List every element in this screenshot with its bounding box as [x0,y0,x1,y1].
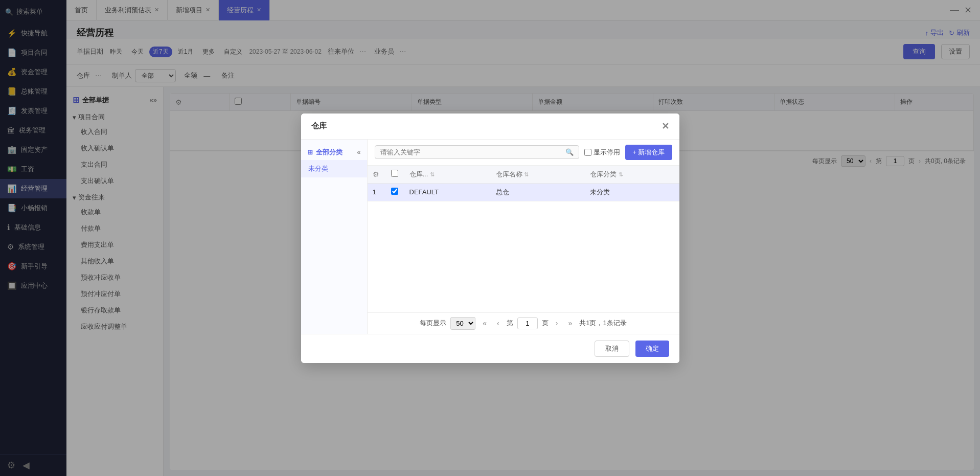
modal-per-page-label: 每页显示 [420,319,446,328]
modal-body: ⊞ 全部分类 « 未分类 🔍 显示停用 [301,140,679,334]
modal-search-input[interactable] [380,148,563,156]
sort-icon-name: ⇅ [524,171,529,177]
collapse-icon[interactable]: « [357,148,360,156]
modal-col-name: 仓库名称 ⇅ [491,166,585,184]
modal-category-unclassified[interactable]: 未分类 [301,160,367,177]
modal-overlay: 仓库 ✕ ⊞ 全部分类 « 未分类 [0,0,980,476]
table-row[interactable]: 1 DEFAULT 总仓 未分类 [368,183,679,201]
pagination-first-button[interactable]: « [480,318,490,328]
row-select-checkbox[interactable] [391,188,398,195]
pagination-last-button[interactable]: » [565,318,575,328]
modal-col-category-label: 仓库分类 [590,170,617,178]
pagination-prev-button[interactable]: ‹ [494,318,503,328]
modal-col-category: 仓库分类 ⇅ [585,166,679,184]
pagination-next-button[interactable]: › [553,318,561,328]
confirm-button[interactable]: 确定 [635,341,669,357]
cancel-button[interactable]: 取消 [595,341,629,357]
row-code: DEFAULT [404,183,491,201]
modal-select-all[interactable] [391,170,398,177]
modal-data-table: ⚙ 仓库... ⇅ 仓库名称 [368,166,679,201]
row-category: 未分类 [585,183,679,201]
modal-close-button[interactable]: ✕ [662,121,669,132]
modal-gear-icon[interactable]: ⚙ [373,170,379,178]
row-index: 1 [368,183,386,201]
modal-all-category[interactable]: ⊞ 全部分类 « [301,145,367,160]
pagination-total-info: 共1页，1条记录 [579,319,626,328]
show-disabled-checkbox[interactable] [584,149,591,156]
pagination-page-input[interactable] [517,318,538,329]
modal-table-area: ⚙ 仓库... ⇅ 仓库名称 [368,166,679,312]
modal-content-area: 🔍 显示停用 + 新增仓库 ⚙ [368,140,679,334]
search-icon2: 🔍 [565,148,574,156]
sort-icon-category: ⇅ [619,171,623,177]
modal-search-box: 🔍 [375,145,580,159]
pagination-page-suffix: 页 [542,319,549,328]
modal-footer: 取消 确定 [301,334,679,363]
modal-col-checkbox [386,166,404,184]
modal-toolbar: 🔍 显示停用 + 新增仓库 [368,140,679,166]
grid-icon2: ⊞ [307,148,313,156]
unclassified-label: 未分类 [308,165,328,172]
pagination-page-label: 第 [507,319,513,328]
add-warehouse-button[interactable]: + 新增仓库 [625,145,672,160]
show-disabled-text: 显示停用 [594,148,620,157]
modal-header: 仓库 ✕ [301,114,679,140]
sort-icon-code: ⇅ [430,171,435,177]
show-disabled-label: 显示停用 [584,148,620,157]
row-checkbox [386,183,404,201]
modal-col-code: 仓库... ⇅ [404,166,491,184]
modal-col-gear: ⚙ [368,166,386,184]
row-name: 总仓 [491,183,585,201]
modal-pagination: 每页显示 50 « ‹ 第 页 › » 共1页，1条记录 [368,312,679,334]
all-category-label: 全部分类 [316,148,343,157]
modal-col-code-label: 仓库... [409,170,428,178]
warehouse-modal: 仓库 ✕ ⊞ 全部分类 « 未分类 [301,114,679,363]
modal-per-page-select[interactable]: 50 [450,317,475,330]
modal-category-panel: ⊞ 全部分类 « 未分类 [301,140,368,334]
modal-col-name-label: 仓库名称 [496,170,522,178]
modal-title: 仓库 [311,121,327,131]
